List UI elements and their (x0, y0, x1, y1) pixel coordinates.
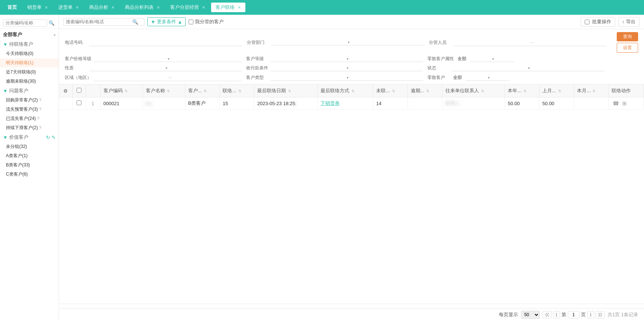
sidebar-item-7days[interactable]: 近7天待联络(0) (0, 68, 59, 77)
sidebar-item-lost[interactable]: 已流失客户(24) ? (0, 114, 59, 123)
th-last-date[interactable]: 最后联络日期 ⇅ (254, 84, 318, 97)
pagination: ⟨⟨ ⟨ 第 页 ⟩ ⟩⟩ (543, 311, 605, 318)
filter-retail-attr-select[interactable]: ▾ (470, 56, 514, 62)
page-next-btn[interactable]: ⟩ (587, 311, 594, 318)
th-settings[interactable]: ⚙ (59, 84, 72, 97)
sidebar-all-customers[interactable]: 全部客户 « (0, 30, 59, 39)
manager-dots-icon[interactable]: ··· (531, 40, 605, 45)
set-btn[interactable]: 设置 (617, 43, 638, 53)
filter-retail-attr: 零散客户属性 全部 ▾ (427, 56, 604, 62)
th-overdue[interactable]: 逾期... ⇅ (407, 84, 442, 97)
filter-phone-input[interactable] (89, 39, 242, 46)
action-phone-icon[interactable]: ☎ (613, 100, 619, 106)
sidebar-item-b-class[interactable]: B类客户(33) (0, 160, 59, 170)
nav-customer-contact[interactable]: 客户联络 ✕ (211, 3, 245, 12)
filter-status-select[interactable]: ▾ (452, 65, 604, 71)
filter-actions: 查询 设置 (617, 32, 638, 53)
filter-retail-customer-select[interactable]: ▾ (466, 75, 510, 81)
td-row-checkbox[interactable] (72, 97, 85, 110)
th-code[interactable]: 客户编码 ⇅ (100, 84, 143, 97)
th-last-month[interactable]: 上月... ⇅ (539, 84, 574, 97)
sidebar-item-declining[interactable]: 持续下滑客户(2) ? (0, 123, 59, 132)
filter-nature-select[interactable]: ▾ (89, 65, 242, 71)
nav-customer-contact-close[interactable]: ✕ (238, 5, 241, 10)
nav-product-list-close[interactable]: ✕ (157, 5, 160, 10)
th-last-method[interactable]: 最后联络方式 ⇅ (317, 84, 373, 97)
sidebar-item-warning[interactable]: 流失预警客户(3) ? (0, 105, 59, 114)
region-dots-icon[interactable]: ··· (168, 75, 240, 80)
nav-sales-order[interactable]: 销货单 ✕ (23, 3, 52, 12)
page-num-input[interactable] (568, 311, 580, 318)
filter-payment-select[interactable]: ▾ (270, 65, 423, 71)
th-type[interactable]: 客户... ⇅ (185, 84, 220, 97)
table-header-row: ⚙ 客户编码 ⇅ 客户名称 ⇅ 客户... ⇅ 联络... ⇅ 最后联络日期 ⇅… (59, 84, 644, 97)
nav-product-list[interactable]: 商品分析列表 ✕ (120, 3, 164, 12)
triangle-down-icon3: ▼ (3, 135, 8, 140)
th-company-contact[interactable]: 往来单位联系人 ⇅ (442, 84, 504, 97)
nav-product-analysis-close[interactable]: ✕ (111, 5, 115, 10)
export-btn[interactable]: ↑ 导出 (618, 17, 640, 27)
page-prev-btn[interactable]: ⟨ (553, 311, 560, 318)
filter-price-level-label: 客户价格等级 (65, 56, 91, 62)
filter-payment-label: 收付款条件 (246, 65, 268, 71)
nav-purchase-close[interactable]: ✕ (76, 5, 79, 10)
action-grid-icon[interactable]: ⊞ (622, 100, 627, 106)
sidebar-search-input[interactable] (3, 19, 47, 27)
filter-customer-type-label: 客户类型 (246, 75, 268, 81)
batch-checkbox[interactable] (585, 20, 589, 24)
filter-region-select[interactable]: ··· (94, 74, 242, 81)
filter-price-level-select[interactable]: ▾ (94, 56, 242, 62)
main-search-icon[interactable]: 🔍 (132, 19, 138, 25)
footer: 每页显示 50 100 200 ⟨⟨ ⟨ 第 页 ⟩ ⟩⟩ 共1页 1条记录 (59, 308, 644, 321)
td-row-this-month (574, 97, 608, 110)
sidebar-item-overdue[interactable]: 逾期未联络(30) (0, 77, 59, 86)
nav-product-analysis[interactable]: 商品分析 ✕ (85, 3, 119, 12)
refresh-icon[interactable]: ↻ (46, 135, 50, 140)
th-name[interactable]: 客户名称 ⇅ (143, 84, 185, 97)
filter-payment: 收付款条件 ▾ (246, 65, 423, 71)
sidebar-item-tomorrow[interactable]: 明天待联络(1) (0, 58, 59, 68)
sort-last-date-icon: ⇅ (288, 89, 291, 93)
filter-row-2: 客户价格等级 ▾ 客户等级 ▾ 零散客户属性 全部 (65, 56, 638, 62)
row-checkbox[interactable] (77, 100, 81, 105)
sidebar-item-today[interactable]: 今天待联络(0) (0, 49, 59, 58)
filter-nature-label: 性质 (65, 65, 87, 71)
query-btn[interactable]: 查询 (617, 32, 638, 41)
th-contact[interactable]: 联络... ⇅ (220, 84, 254, 97)
th-this-month[interactable]: 本月... ⇅ (574, 84, 608, 97)
select-all-checkbox[interactable] (77, 88, 81, 93)
filter-manager-select[interactable]: ··· (453, 39, 606, 46)
nav-home[interactable]: 首页 (3, 3, 21, 12)
more-filter-btn[interactable]: ▼ 更多条件 ▲ (147, 17, 186, 26)
th-this-year[interactable]: 本年... ⇅ (505, 84, 539, 97)
nav-purchase-order[interactable]: 进货单 ✕ (54, 3, 83, 12)
sidebar-item-abnormal[interactable]: 回购异常客户(2) ? (0, 96, 59, 105)
filter-customer-type-select[interactable]: ▾ (270, 75, 423, 81)
batch-op-btn[interactable]: 批量操作 (581, 17, 615, 27)
nav-customer-segment-close[interactable]: ✕ (202, 5, 205, 10)
td-row-last-method[interactable]: 下销货单 (317, 97, 373, 110)
filter-dept-select[interactable]: ▾ (271, 39, 424, 45)
page-last-btn[interactable]: ⟩⟩ (596, 311, 605, 318)
payment-arrow: ▾ (347, 66, 421, 70)
sidebar-item-a-class[interactable]: A类客户(1) (0, 151, 59, 160)
main-search-input[interactable] (66, 19, 132, 24)
page-first-btn[interactable]: ⟨⟨ (543, 311, 552, 318)
my-customers-checkbox[interactable] (189, 20, 193, 24)
sidebar-item-c-class[interactable]: C类客户(6) (0, 170, 59, 179)
nav-sales-order-close[interactable]: ✕ (45, 5, 48, 10)
th-checkbox[interactable] (72, 84, 85, 97)
per-page-select[interactable]: 50 100 200 (521, 311, 540, 319)
filter-customer-level-select[interactable]: ▾ (270, 56, 423, 62)
export-icon: ↑ (622, 19, 625, 25)
sidebar-search-icon[interactable]: 🔍 (49, 20, 55, 26)
nav-customer-segment[interactable]: 客户分层经营 ✕ (166, 3, 210, 12)
th-unlinkd[interactable]: 未联... ⇅ (373, 84, 408, 97)
last-method-link[interactable]: 下销货单 (321, 100, 340, 106)
toolbar-right: 批量操作 ↑ 导出 (581, 17, 640, 27)
edit-icon[interactable]: ✎ (52, 135, 56, 140)
filter-region-label: 区域（地区） (65, 75, 91, 81)
hscroll-area[interactable] (59, 304, 644, 308)
sidebar-item-ungrouped[interactable]: 未分组(32) (0, 142, 59, 151)
my-customers-checkbox-label[interactable]: 我分管的客户 (189, 18, 224, 25)
